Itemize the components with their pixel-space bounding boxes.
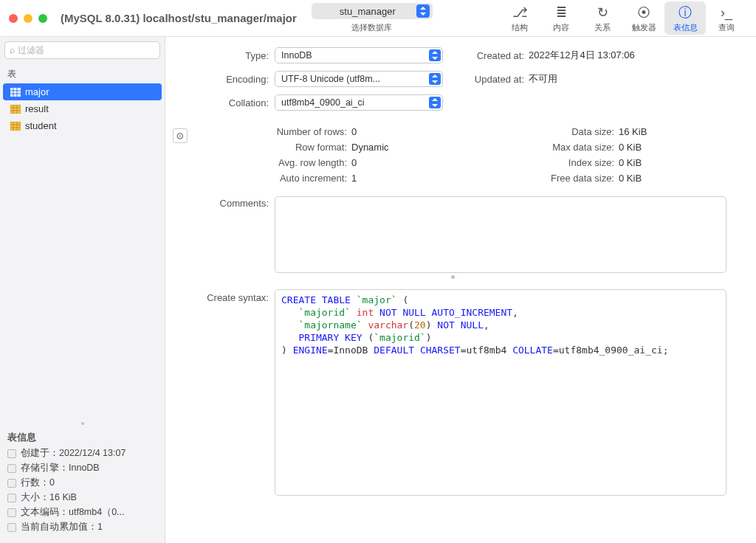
- titlebar: (MySQL 8.0.31) localhost/stu_manager/maj…: [0, 0, 756, 37]
- collation-value: utf8mb4_0900_ai_ci: [281, 97, 429, 108]
- collation-label: Collation:: [192, 97, 269, 108]
- created-value: 2022年12月4日 13:07:06: [529, 49, 635, 62]
- syntax-label: Create syntax:: [192, 289, 269, 496]
- chevron-up-down-icon: [416, 4, 430, 18]
- svg-marker-21: [432, 98, 438, 101]
- chevron-up-down-icon: [429, 49, 441, 61]
- vertical-resize-handle[interactable]: [165, 273, 740, 280]
- query-icon: ›_: [721, 4, 732, 21]
- info-autoinc: 当前自动累加值：1: [7, 521, 157, 533]
- table-icon: [10, 122, 21, 131]
- info-rows: 行数：0: [7, 477, 157, 489]
- type-select[interactable]: InnoDB: [275, 47, 443, 63]
- gear-icon: ⚙: [176, 131, 185, 142]
- relations-icon: ↻: [597, 4, 608, 21]
- svg-marker-20: [432, 80, 438, 83]
- table-item-label: major: [25, 86, 49, 97]
- fullscreen-icon[interactable]: [38, 14, 47, 23]
- numrows-value: 0: [351, 126, 357, 137]
- tab-label: 结构: [512, 22, 528, 33]
- info-engine: 存储引擎：InnoDB: [7, 462, 157, 474]
- info-created: 创建于：2022/12/4 13:07: [7, 447, 157, 460]
- settings-button[interactable]: ⚙: [173, 128, 188, 143]
- tab-label: 触发器: [632, 22, 656, 33]
- svg-marker-0: [420, 7, 426, 10]
- table-item-label: student: [25, 120, 57, 131]
- comments-textarea[interactable]: [275, 196, 726, 273]
- datasize-label: Data size:: [481, 126, 614, 137]
- rowformat-label: Row format:: [214, 142, 347, 153]
- database-selector-label: 选择数据库: [351, 22, 392, 33]
- rowformat-value: Dynamic: [351, 142, 389, 153]
- filter-input[interactable]: [18, 45, 155, 55]
- database-value: stu_manager: [340, 6, 416, 17]
- info-icon: ⓘ: [678, 4, 692, 21]
- table-icon: [10, 105, 21, 114]
- sidebar-info-panel: 表信息 创建于：2022/12/4 13:07 存储引擎：InnoDB 行数：0…: [0, 426, 165, 543]
- encoding-select[interactable]: UTF-8 Unicode (utf8m...: [275, 71, 443, 87]
- updated-label: Updated at:: [461, 74, 524, 85]
- sidebar: ⌕ 表 major result student: [0, 37, 165, 543]
- structure-icon: ⎇: [512, 4, 528, 21]
- filter-input-wrap[interactable]: ⌕: [4, 41, 160, 59]
- chevron-up-down-icon: [429, 97, 441, 108]
- table-item-result[interactable]: result: [0, 100, 165, 117]
- maxdata-label: Max data size:: [481, 142, 614, 153]
- table-list: major result student: [0, 83, 165, 134]
- sidebar-info-title: 表信息: [7, 432, 157, 444]
- svg-marker-1: [420, 13, 426, 15]
- tab-structure[interactable]: ⎇ 结构: [499, 1, 540, 35]
- info-size: 大小：16 KiB: [7, 491, 157, 504]
- svg-marker-18: [432, 57, 438, 60]
- sidebar-tables-header: 表: [0, 63, 165, 83]
- type-value: InnoDB: [281, 50, 429, 60]
- tab-label: 表信息: [673, 22, 698, 33]
- traffic-lights: [9, 14, 47, 23]
- datasize-value: 16 KiB: [619, 126, 647, 137]
- encoding-label: Encoding:: [192, 74, 269, 85]
- info-encoding: 文本编码：utf8mb4（0...: [7, 506, 157, 519]
- create-syntax-box[interactable]: CREATE TABLE `major` ( `majorid` int NOT…: [275, 289, 726, 496]
- content-icon: ≣: [556, 4, 567, 21]
- collation-select[interactable]: utf8mb4_0900_ai_ci: [275, 94, 443, 111]
- minimize-icon[interactable]: [24, 14, 32, 23]
- tab-triggers[interactable]: ⦿ 触发器: [623, 1, 664, 35]
- triggers-icon: ⦿: [637, 4, 650, 21]
- table-icon: [10, 88, 21, 97]
- svg-marker-17: [432, 51, 438, 54]
- updated-value: 不可用: [529, 72, 557, 86]
- type-label: Type:: [192, 50, 269, 61]
- tab-label: 内容: [553, 22, 569, 33]
- freedata-value: 0 KiB: [619, 173, 642, 184]
- maxdata-value: 0 KiB: [619, 142, 642, 153]
- tab-tableinfo[interactable]: ⓘ 表信息: [664, 1, 706, 35]
- tab-label: 关系: [594, 22, 611, 33]
- table-item-student[interactable]: student: [0, 117, 165, 134]
- window-title: (MySQL 8.0.31) localhost/stu_manager/maj…: [61, 12, 297, 24]
- created-label: Created at:: [461, 50, 524, 61]
- encoding-value: UTF-8 Unicode (utf8m...: [281, 74, 429, 84]
- svg-rect-12: [10, 122, 21, 131]
- tab-label: 查询: [718, 22, 735, 33]
- autoinc-label: Auto increment:: [214, 173, 347, 184]
- tab-content[interactable]: ≣ 内容: [540, 1, 582, 35]
- main-content: Type: InnoDB Created at: 2022年12月4日 13:0…: [165, 37, 756, 543]
- database-selector[interactable]: stu_manager 选择数据库: [312, 3, 433, 33]
- avgrow-label: Avg. row length:: [214, 157, 347, 168]
- bullet-icon: [7, 494, 16, 502]
- table-item-label: result: [25, 103, 49, 114]
- svg-rect-2: [10, 88, 21, 97]
- indexsize-label: Index size:: [481, 157, 614, 168]
- table-item-major[interactable]: major: [3, 83, 162, 100]
- tab-relations[interactable]: ↻ 关系: [582, 1, 623, 35]
- bullet-icon: [7, 508, 16, 517]
- tab-query[interactable]: ›_ 查询: [706, 1, 747, 35]
- bullet-icon: [7, 523, 16, 532]
- numrows-label: Number of rows:: [214, 126, 347, 137]
- comments-label: Comments:: [192, 196, 269, 273]
- svg-rect-7: [10, 105, 21, 114]
- svg-marker-19: [432, 75, 438, 77]
- bullet-icon: [7, 449, 16, 458]
- freedata-label: Free data size:: [481, 173, 614, 184]
- close-icon[interactable]: [9, 14, 18, 23]
